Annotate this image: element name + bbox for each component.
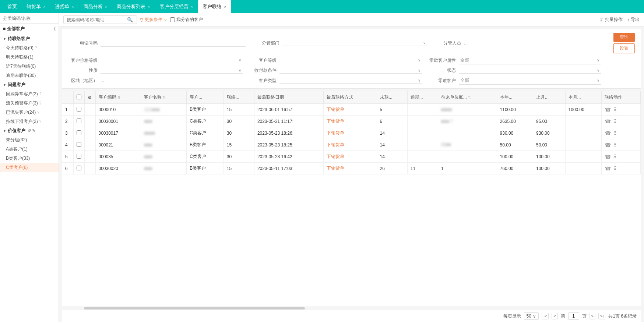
next-page-btn[interactable]: > <box>590 313 595 319</box>
per-page-select[interactable]: 50 ∨ <box>524 312 539 320</box>
more-actions-icon[interactable]: ⠿ <box>613 107 617 113</box>
sort-icon[interactable]: ⇅ <box>468 95 471 99</box>
close-icon[interactable]: × <box>43 4 45 9</box>
nav-item-customer-contact[interactable]: 客户联络 × <box>198 0 230 13</box>
last-page-btn[interactable]: >| <box>598 313 605 319</box>
more-actions-icon[interactable]: ⠿ <box>613 118 617 124</box>
filter-select-retail-customer[interactable]: 全部 ∨ <box>459 77 601 85</box>
sidebar-item-declining[interactable]: 持续下滑客户(2) ? <box>0 117 59 126</box>
sort-icon[interactable]: ⇅ <box>117 95 120 99</box>
phone-icon[interactable]: ☎ <box>605 154 611 160</box>
more-actions-icon[interactable]: ⠿ <box>613 142 617 148</box>
sidebar-search-input[interactable] <box>3 16 58 21</box>
filter-select-customer-level[interactable]: ∨ <box>279 57 422 63</box>
nav-item-product-analysis[interactable]: 商品分析 × <box>79 0 112 13</box>
nav-item-customer-segmentation[interactable]: 客户分层经营 × <box>155 0 197 13</box>
td-last-contact-method[interactable]: 下销货单 <box>323 104 377 116</box>
sidebar-item-class-a[interactable]: A类客户(1) <box>0 145 59 154</box>
td-this-year: 100.00 <box>497 151 533 163</box>
td-last-contact-date: 2023-06-01 16:57: <box>254 104 323 116</box>
current-page-input[interactable] <box>568 312 579 320</box>
phone-icon[interactable]: ☎ <box>605 118 611 124</box>
td-last-contact-method[interactable]: 下销货单 <box>323 116 377 127</box>
td-check[interactable] <box>73 163 84 174</box>
td-last-contact-method[interactable]: 下销货单 <box>323 163 377 174</box>
filter-more-btn[interactable]: ▽ 更多条件 ∨ <box>140 17 167 23</box>
filter-select-customer-type[interactable]: ∨ <box>279 78 422 84</box>
filter-select-department[interactable]: ∨ <box>282 40 427 46</box>
sidebar-item-repurchase-abnormal[interactable]: 回购异常客户(2) ? <box>0 89 59 99</box>
td-check[interactable] <box>73 127 84 139</box>
nav-item-product-analysis-list[interactable]: 商品分析列表 × <box>112 0 154 13</box>
horizontal-scrollbar[interactable] <box>62 307 641 310</box>
td-unit-amount <box>438 127 497 139</box>
close-icon[interactable]: × <box>148 4 150 9</box>
filter-select-price-level[interactable]: ∨ <box>101 57 243 63</box>
close-icon[interactable]: × <box>191 4 193 9</box>
filter-label-price-level: 客户价格等级 <box>68 57 98 64</box>
sidebar-item-class-c[interactable]: C类客户(6) <box>0 163 59 172</box>
td-check[interactable] <box>73 104 84 116</box>
td-check[interactable] <box>73 151 84 163</box>
scrollbar-thumb[interactable] <box>84 307 305 309</box>
phone-icon[interactable]: ☎ <box>605 107 611 113</box>
td-last-contact-method[interactable]: 下销货单 <box>323 151 377 163</box>
sidebar-item-churn-warning[interactable]: 流失预警客户(3) ? <box>0 99 59 108</box>
sidebar-group-value-customers[interactable]: 价值客户 ↺ ✎ <box>0 126 59 135</box>
nav-item-purchase[interactable]: 进货单 × <box>50 0 78 13</box>
sidebar-item-churned[interactable]: 已流失客户(24) ? <box>0 108 59 117</box>
td-check[interactable] <box>73 116 84 127</box>
more-actions-icon[interactable]: ⠿ <box>613 154 617 160</box>
td-last-contact-method[interactable]: 下销货单 <box>323 127 377 139</box>
sidebar-all-customers[interactable]: ■ 全部客户 《 <box>0 24 59 34</box>
prev-page-btn[interactable]: < <box>552 313 557 319</box>
search-input[interactable] <box>67 17 126 22</box>
sort-icon[interactable]: ⇅ <box>163 95 166 99</box>
th-settings[interactable]: ⚙ <box>84 91 95 104</box>
sidebar-item-unclassified[interactable]: 未分组(32) <box>0 135 59 145</box>
filter-field-customer-type: 客户类型 ∨ <box>247 78 422 84</box>
td-contact: 15 <box>224 163 254 174</box>
close-icon[interactable]: × <box>224 4 226 9</box>
close-icon[interactable]: × <box>71 4 74 9</box>
phone-icon[interactable]: ☎ <box>605 166 611 171</box>
sidebar-item-overdue-contact[interactable]: 逾期未联络(30) <box>0 71 59 80</box>
export-btn[interactable]: ↑ 导出 <box>627 17 640 23</box>
nav-item-home[interactable]: 首页 <box>3 0 21 13</box>
sidebar-item-class-b[interactable]: B类客户(33) <box>0 154 59 163</box>
td-last-contact-method[interactable]: 下销货单 <box>323 139 377 151</box>
td-seq: 3 <box>62 127 73 139</box>
more-actions-icon[interactable]: ⠿ <box>613 166 617 171</box>
select-all-checkbox[interactable] <box>77 95 81 99</box>
first-page-btn[interactable]: |< <box>542 313 549 319</box>
my-customers-check[interactable] <box>170 17 175 22</box>
set-button[interactable]: 设置 <box>613 43 635 53</box>
th-check[interactable] <box>73 91 84 104</box>
query-button[interactable]: 查询 <box>613 33 635 42</box>
sidebar-item-today-contact[interactable]: 今天待联络(0) ? <box>0 43 59 53</box>
td-check[interactable] <box>73 139 84 151</box>
filter-select-nature[interactable]: ∨ <box>101 68 243 74</box>
toolbar-search-icon[interactable]: 🔍 <box>127 17 133 22</box>
sidebar-item-tomorrow-contact[interactable]: 明天待联络(1) <box>0 53 59 62</box>
filter-more-person[interactable]: ... <box>464 40 468 46</box>
phone-icon[interactable]: ☎ <box>605 130 611 136</box>
filter-select-status[interactable]: ∨ <box>459 68 601 74</box>
nav-item-sales[interactable]: 销货单 × <box>22 0 50 13</box>
my-customers-checkbox[interactable]: 我分管的客户 <box>170 17 203 23</box>
filter-label-retail-customer: 零歇客户 <box>426 78 456 84</box>
filter-select-payment[interactable]: ∨ <box>279 68 422 74</box>
batch-operation-btn[interactable]: ☑ 批量操作 <box>599 17 623 23</box>
sidebar-item-7days-contact[interactable]: 近7天待联络(0) <box>0 62 59 71</box>
help-icon: ? <box>39 101 42 105</box>
close-icon[interactable]: × <box>105 4 107 9</box>
sidebar-group-problem-customers[interactable]: 问题客户 <box>0 80 59 89</box>
phone-icon[interactable]: ☎ <box>605 142 611 148</box>
td-this-year: 1100.00 <box>497 104 533 116</box>
td-action: ☎ ⠿ <box>601 116 640 127</box>
filter-input-phone[interactable] <box>101 40 246 47</box>
more-actions-icon[interactable]: ⠿ <box>613 130 617 136</box>
filter-select-retail-attr[interactable]: 全部 ∨ <box>459 56 601 64</box>
filter-more-region[interactable]: ... <box>101 78 104 83</box>
sidebar-group-pending-contact[interactable]: 待联络客户 <box>0 34 59 43</box>
